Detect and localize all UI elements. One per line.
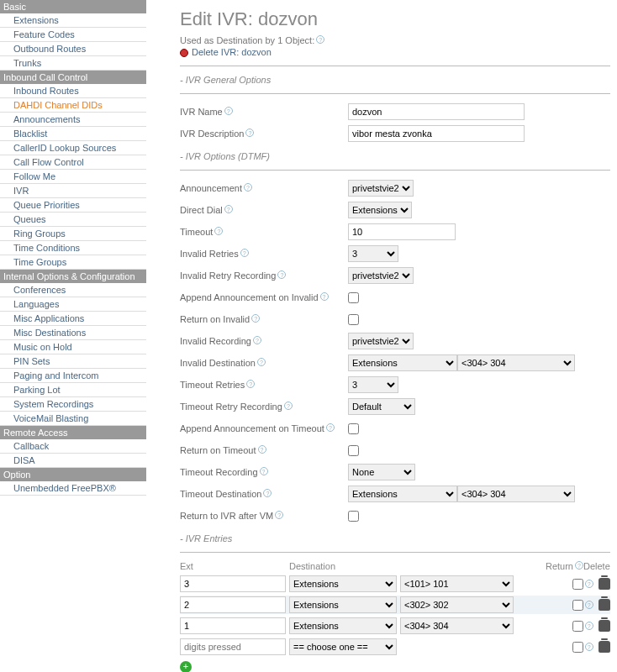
sidebar-link[interactable]: Time Conditions: [13, 243, 80, 253]
entry-type-select[interactable]: Extensions: [289, 575, 397, 592]
sidebar-link[interactable]: VoiceMail Blasting: [13, 413, 88, 423]
timeout-retry-rec-select[interactable]: Default: [348, 398, 415, 415]
help-icon[interactable]: ?: [258, 445, 266, 454]
help-icon[interactable]: ?: [585, 580, 593, 588]
timeout-dest-type-select[interactable]: Extensions: [348, 486, 457, 502]
sidebar-item[interactable]: Paging and Intercom: [0, 369, 146, 383]
invalid-dest-target-select[interactable]: <304> 304: [457, 354, 575, 371]
help-icon[interactable]: ?: [320, 292, 329, 301]
append-timeout-checkbox[interactable]: [348, 423, 359, 434]
sidebar-link[interactable]: Conferences: [13, 285, 66, 295]
sidebar-item[interactable]: Queues: [0, 213, 146, 227]
sidebar-item[interactable]: Ring Groups: [0, 227, 146, 241]
sidebar-link[interactable]: IVR: [13, 186, 29, 196]
help-icon[interactable]: ?: [246, 380, 255, 388]
entry-target-select[interactable]: <101> 101: [400, 575, 514, 592]
trash-icon[interactable]: [599, 578, 610, 590]
help-icon[interactable]: ?: [585, 601, 593, 609]
entry-return-checkbox[interactable]: [572, 642, 583, 653]
sidebar-item[interactable]: Time Conditions: [0, 241, 146, 255]
sidebar-item[interactable]: Outbound Routes: [0, 42, 146, 56]
help-icon[interactable]: ?: [214, 227, 223, 235]
sidebar-link[interactable]: Misc Applications: [13, 313, 84, 323]
sidebar-link[interactable]: Queue Priorities: [13, 200, 80, 210]
invalid-retries-select[interactable]: 3: [348, 245, 398, 262]
announcement-select[interactable]: privetstvie2: [348, 180, 414, 197]
sidebar-link[interactable]: Queues: [13, 214, 46, 224]
sidebar-link[interactable]: Time Groups: [13, 257, 66, 267]
sidebar-item[interactable]: Music on Hold: [0, 340, 146, 354]
sidebar-item[interactable]: Languages: [0, 297, 146, 312]
sidebar-link[interactable]: Call Flow Control: [13, 157, 84, 167]
help-icon[interactable]: ?: [244, 183, 252, 192]
sidebar-link[interactable]: Music on Hold: [13, 342, 72, 352]
sidebar-item[interactable]: Callback: [0, 439, 146, 454]
entry-ext-input[interactable]: [180, 596, 286, 613]
entry-return-checkbox[interactable]: [572, 579, 583, 590]
sidebar-item[interactable]: Call Flow Control: [0, 155, 146, 170]
sidebar-item[interactable]: System Recordings: [0, 397, 146, 412]
sidebar-item[interactable]: Trunks: [0, 56, 146, 71]
sidebar-link[interactable]: DAHDI Channel DIDs: [13, 100, 103, 110]
sidebar-item[interactable]: Inbound Routes: [0, 84, 146, 98]
timeout-dest-target-select[interactable]: <304> 304: [457, 486, 575, 502]
sidebar-link[interactable]: PIN Sets: [13, 356, 50, 366]
entry-type-select[interactable]: Extensions: [289, 596, 397, 613]
sidebar-link[interactable]: Unembedded FreePBX®: [13, 483, 116, 493]
sidebar-item[interactable]: Feature Codes: [0, 28, 146, 42]
sidebar-link[interactable]: Misc Destinations: [13, 328, 86, 338]
trash-icon[interactable]: [599, 599, 610, 611]
trash-icon[interactable]: [599, 641, 610, 653]
help-icon[interactable]: ?: [251, 314, 260, 323]
sidebar-link[interactable]: DISA: [13, 455, 35, 465]
help-icon[interactable]: ?: [260, 467, 268, 475]
return-timeout-checkbox[interactable]: [348, 445, 359, 456]
sidebar-item[interactable]: Blacklist: [0, 127, 146, 141]
sidebar-link[interactable]: Feature Codes: [13, 29, 75, 39]
sidebar-link[interactable]: CallerID Lookup Sources: [13, 143, 116, 153]
entry-target-select[interactable]: <304> 304: [400, 617, 514, 634]
sidebar-link[interactable]: Announcements: [13, 114, 81, 124]
help-icon[interactable]: ?: [284, 402, 293, 410]
help-icon[interactable]: ?: [257, 358, 266, 366]
help-icon[interactable]: ?: [575, 561, 583, 570]
sidebar-link[interactable]: Languages: [13, 299, 59, 309]
return-ivr-checkbox[interactable]: [348, 511, 359, 522]
sidebar-link[interactable]: Outbound Routes: [13, 44, 86, 54]
sidebar-link[interactable]: Callback: [13, 441, 49, 451]
help-icon[interactable]: ?: [245, 129, 254, 137]
help-icon[interactable]: ?: [224, 205, 233, 213]
ivr-name-input[interactable]: [348, 103, 525, 120]
sidebar-item[interactable]: Time Groups: [0, 255, 146, 270]
sidebar-link[interactable]: System Recordings: [13, 399, 93, 409]
invalid-dest-type-select[interactable]: Extensions: [348, 354, 457, 371]
help-icon[interactable]: ?: [275, 511, 283, 519]
sidebar-item[interactable]: CallerID Lookup Sources: [0, 141, 146, 155]
invalid-retry-rec-select[interactable]: privetstvie2: [348, 267, 414, 284]
entry-ext-input[interactable]: [180, 617, 286, 634]
invalid-rec-select[interactable]: privetstvie2: [348, 333, 414, 349]
entry-type-select[interactable]: == choose one ==: [289, 638, 397, 655]
sidebar-link[interactable]: Extensions: [13, 15, 59, 25]
sidebar-link[interactable]: Ring Groups: [13, 228, 66, 239]
sidebar-link[interactable]: Inbound Routes: [13, 86, 79, 96]
sidebar-item[interactable]: DAHDI Channel DIDs: [0, 98, 146, 113]
entry-ext-input[interactable]: [180, 575, 286, 592]
sidebar-item[interactable]: Announcements: [0, 113, 146, 127]
timeout-input[interactable]: [348, 223, 456, 240]
help-icon[interactable]: ?: [263, 489, 272, 497]
direct-dial-select[interactable]: Extensions: [348, 202, 412, 218]
sidebar-item[interactable]: DISA: [0, 454, 146, 468]
entry-target-select[interactable]: <302> 302: [400, 596, 514, 613]
entry-return-checkbox[interactable]: [572, 600, 583, 611]
sidebar-item[interactable]: Unembedded FreePBX®: [0, 481, 146, 496]
append-invalid-checkbox[interactable]: [348, 292, 359, 303]
sidebar-item[interactable]: VoiceMail Blasting: [0, 412, 146, 426]
add-entry-button[interactable]: +: [180, 661, 192, 672]
help-icon[interactable]: ?: [240, 249, 249, 257]
sidebar-item[interactable]: Misc Destinations: [0, 326, 146, 340]
entry-return-checkbox[interactable]: [572, 621, 583, 632]
help-icon[interactable]: ?: [326, 423, 335, 432]
help-icon[interactable]: ?: [277, 270, 286, 279]
trash-icon[interactable]: [599, 620, 610, 632]
